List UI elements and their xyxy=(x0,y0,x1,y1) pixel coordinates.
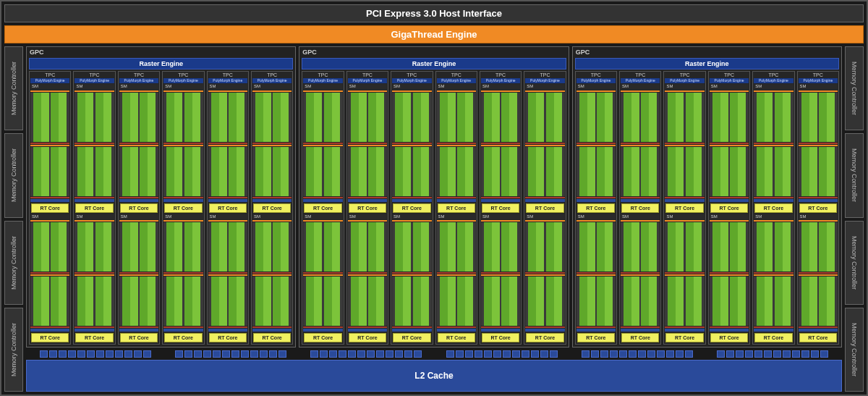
cuda-cores xyxy=(208,93,247,142)
sm-label: SM xyxy=(481,214,520,220)
polymorph-engine: PolyMorph Engine xyxy=(710,78,749,83)
sm-label: SM xyxy=(75,84,114,90)
tensor-bar xyxy=(525,199,564,202)
warp-scheduler xyxy=(621,90,660,92)
lsu-bar xyxy=(710,143,749,144)
rt-core: RT Core xyxy=(75,203,113,213)
warp-scheduler xyxy=(525,90,564,92)
tensor-bar xyxy=(119,329,158,332)
memory-controllers-left: Memory ControllerMemory ControllerMemory… xyxy=(4,46,23,392)
tensor-bar xyxy=(163,329,203,332)
sm-label: SM xyxy=(348,214,387,220)
l2-slice xyxy=(59,350,67,358)
sm: SMRT Core xyxy=(30,214,69,344)
rt-core: RT Core xyxy=(526,333,563,342)
cuda-cores xyxy=(437,93,476,142)
cuda-cores xyxy=(754,222,793,271)
warp-scheduler xyxy=(75,220,114,222)
tpc-label: TPC xyxy=(576,72,616,77)
cuda-cores xyxy=(665,147,704,196)
l2-slice xyxy=(801,350,809,358)
sm: SMRT Core xyxy=(119,84,158,214)
cuda-cores xyxy=(75,147,114,196)
warp-scheduler xyxy=(75,145,114,146)
cuda-cores xyxy=(665,222,704,271)
gpc-label: GPC xyxy=(302,49,317,56)
warp-scheduler xyxy=(30,145,69,146)
polymorph-engine: PolyMorph Engine xyxy=(576,78,616,83)
lsu-bar xyxy=(30,272,69,274)
lsu-bar xyxy=(576,327,616,328)
sm: SMRT Core xyxy=(576,84,616,214)
sm-label: SM xyxy=(392,84,431,90)
lsu-bar xyxy=(754,197,793,198)
lsu-bar xyxy=(576,272,616,274)
l2-slice xyxy=(591,350,599,358)
tensor-bar xyxy=(348,199,387,202)
sm-label: SM xyxy=(665,214,704,220)
warp-scheduler xyxy=(525,274,564,276)
memory-controller: Memory Controller xyxy=(4,46,23,130)
tpc-label: TPC xyxy=(481,72,520,77)
warp-scheduler xyxy=(525,145,564,146)
tensor-bar xyxy=(119,199,158,202)
cuda-cores xyxy=(481,93,520,142)
sm-label: SM xyxy=(576,84,616,90)
lsu-bar xyxy=(754,272,793,274)
warp-scheduler xyxy=(303,145,342,146)
tpc-label: TPC xyxy=(208,72,247,77)
sm-label: SM xyxy=(252,84,292,90)
cuda-cores xyxy=(437,147,476,196)
lsu-bar xyxy=(163,143,203,144)
l2-slice xyxy=(143,350,151,358)
l2-slice xyxy=(717,350,725,358)
lsu-bar xyxy=(710,197,749,198)
cuda-cores xyxy=(754,93,793,142)
l2-slice xyxy=(386,350,393,358)
l2-slice xyxy=(484,350,492,358)
sm: SMRT Core xyxy=(303,84,342,214)
rt-core: RT Core xyxy=(665,203,703,213)
sm-label: SM xyxy=(799,214,838,220)
tpc-label: TPC xyxy=(119,72,158,77)
tensor-bar xyxy=(252,329,292,332)
sm: SMRT Core xyxy=(392,84,431,214)
l2-slice xyxy=(666,350,674,358)
cuda-cores xyxy=(392,147,431,196)
rt-core: RT Core xyxy=(31,333,69,342)
cuda-cores xyxy=(252,222,292,271)
tensor-bar xyxy=(754,199,793,202)
tensor-bar xyxy=(799,199,838,202)
l2-slice xyxy=(115,350,123,358)
lsu-bar xyxy=(621,143,660,144)
sm-label: SM xyxy=(525,214,564,220)
lsu-bar xyxy=(392,327,431,328)
warp-scheduler xyxy=(621,274,660,276)
lsu-bar xyxy=(348,143,387,144)
warp-scheduler xyxy=(481,145,520,146)
lsu-bar xyxy=(303,143,342,144)
lsu-bar xyxy=(252,143,292,144)
l2-slice xyxy=(260,350,268,358)
tpc-label: TPC xyxy=(710,72,749,77)
cuda-cores xyxy=(437,277,476,326)
l2-tick-group xyxy=(569,350,705,358)
cuda-cores xyxy=(392,93,431,142)
l2-slice xyxy=(106,350,114,358)
polymorph-engine: PolyMorph Engine xyxy=(163,78,203,83)
l2-slice xyxy=(49,350,57,358)
cuda-cores xyxy=(163,147,203,196)
lsu-bar xyxy=(252,197,292,198)
warp-scheduler xyxy=(710,274,749,276)
sm: SMRT Core xyxy=(437,84,476,214)
tpc: TPCPolyMorph EngineSMRT CoreSMRT Core xyxy=(302,71,344,345)
l2-slice xyxy=(647,350,655,358)
sm: SMRT Core xyxy=(799,214,838,344)
polymorph-engine: PolyMorph Engine xyxy=(754,78,793,83)
memory-controller: Memory Controller xyxy=(845,308,864,392)
warp-scheduler xyxy=(525,220,564,222)
sm-label: SM xyxy=(163,84,203,90)
lsu-bar xyxy=(303,327,342,328)
gpu-chip-diagram: PCI Express 3.0 Host Interface GigaThrea… xyxy=(0,0,868,396)
tensor-bar xyxy=(576,199,616,202)
